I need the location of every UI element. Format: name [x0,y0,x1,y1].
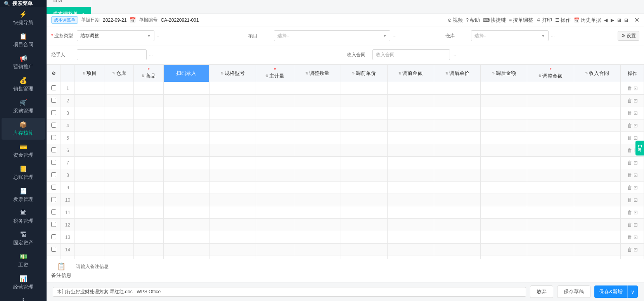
notes-input[interactable] [74,262,639,271]
close-btn[interactable]: ✕ [634,16,639,24]
cell-after-amount-6[interactable] [481,144,527,157]
sidebar-item-tax-mgmt[interactable]: 🏛税务管理 [2,206,45,228]
cell-prev-price-2[interactable] [341,95,387,107]
cell-prev-price-4[interactable] [341,119,387,132]
cell-warehouse-7[interactable] [104,157,134,169]
cell-adj-amount-12[interactable] [527,219,574,231]
cell-after-price-15[interactable] [434,256,481,259]
cell-unit-14[interactable] [256,244,294,256]
sidebar-item-ledger-mgmt[interactable]: 📒总账管理 [2,162,45,184]
handler-select[interactable] [77,49,147,60]
cell-adj-qty-7[interactable] [294,157,341,169]
copy-icon-1[interactable]: ⊡ [634,85,638,91]
delete-icon-1[interactable]: 🗑 [627,85,632,91]
delete-icon-5[interactable]: 🗑 [627,135,632,141]
cell-prev-price-13[interactable] [341,231,387,244]
print-btn[interactable]: 🖨 打印 [536,17,552,24]
cell-spec-4[interactable] [209,119,256,132]
cell-after-amount-1[interactable] [481,82,527,95]
expand-btn1[interactable]: ⊞ [617,17,621,23]
cell-adj-qty-10[interactable] [294,194,341,206]
row-checkbox-14[interactable] [47,244,61,256]
cell-scan-4[interactable] [163,119,209,132]
cell-prev-price-6[interactable] [341,144,387,157]
cell-prev-price-14[interactable] [341,244,387,256]
cell-warehouse-4[interactable] [104,119,134,132]
cell-product-11[interactable] [134,206,163,219]
row-checkbox-8[interactable] [47,169,61,182]
copy-icon-14[interactable]: ⊡ [634,247,638,253]
cell-adj-qty-3[interactable] [294,107,341,119]
cell-unit-7[interactable] [256,157,294,169]
cell-after-price-12[interactable] [434,219,481,231]
row-checkbox-1[interactable] [47,82,61,95]
cell-unit-13[interactable] [256,231,294,244]
cell-project-5[interactable] [75,132,104,144]
cell-spec-9[interactable] [209,182,256,194]
cell-spec-5[interactable] [209,132,256,144]
cell-project-9[interactable] [75,182,104,194]
delete-icon-14[interactable]: 🗑 [627,247,632,253]
cell-product-5[interactable] [134,132,163,144]
cell-adj-amount-8[interactable] [527,169,574,182]
cell-spec-3[interactable] [209,107,256,119]
cell-unit-11[interactable] [256,206,294,219]
cell-unit-1[interactable] [256,82,294,95]
cell-warehouse-8[interactable] [104,169,134,182]
delete-icon-13[interactable]: 🗑 [627,234,632,240]
copy-icon-10[interactable]: ⊡ [634,197,638,203]
cell-spec-14[interactable] [209,244,256,256]
copy-icon-5[interactable]: ⊡ [634,135,638,141]
cell-prev-amount-15[interactable] [387,256,434,259]
cell-product-14[interactable] [134,244,163,256]
cell-product-10[interactable] [134,194,163,206]
cell-scan-5[interactable] [163,132,209,144]
cell-prev-amount-13[interactable] [387,231,434,244]
cell-income-contract-2[interactable] [574,95,620,107]
cell-after-price-2[interactable] [434,95,481,107]
cell-project-4[interactable] [75,119,104,132]
copy-icon-2[interactable]: ⊡ [634,98,638,104]
cell-unit-12[interactable] [256,219,294,231]
cell-after-amount-3[interactable] [481,107,527,119]
cell-prev-amount-14[interactable] [387,244,434,256]
cell-prev-price-9[interactable] [341,182,387,194]
cell-prev-amount-11[interactable] [387,206,434,219]
cell-adj-amount-2[interactable] [527,95,574,107]
cell-warehouse-11[interactable] [104,206,134,219]
cell-prev-price-1[interactable] [341,82,387,95]
cell-product-13[interactable] [134,231,163,244]
cell-after-price-11[interactable] [434,206,481,219]
cell-after-price-4[interactable] [434,119,481,132]
cell-prev-price-12[interactable] [341,219,387,231]
cell-after-amount-8[interactable] [481,169,527,182]
copy-icon-9[interactable]: ⊡ [634,185,638,190]
cell-after-amount-15[interactable] [481,256,527,259]
cell-prev-price-8[interactable] [341,169,387,182]
cell-scan-15[interactable] [163,256,209,259]
row-checkbox-2[interactable] [47,95,61,107]
delete-icon-6[interactable]: 🗑 [627,147,632,153]
delete-icon-9[interactable]: 🗑 [627,185,632,190]
sidebar-logo-text[interactable]: 搜索菜单 [12,0,33,7]
row-checkbox-15[interactable] [47,256,61,259]
cell-adj-qty-6[interactable] [294,144,341,157]
col-settings[interactable]: ⚙ [47,65,61,82]
cell-after-price-8[interactable] [434,169,481,182]
cell-project-8[interactable] [75,169,104,182]
cell-adj-qty-5[interactable] [294,132,341,144]
hotkey-btn[interactable]: ⌨ 快捷键 [483,17,506,24]
expand-btn2[interactable]: ⊟ [624,17,628,23]
cell-income-contract-9[interactable] [574,182,620,194]
cell-after-amount-10[interactable] [481,194,527,206]
notes-btn[interactable]: 📋 备注信息 [51,262,71,279]
cell-unit-4[interactable] [256,119,294,132]
cell-prev-amount-12[interactable] [387,219,434,231]
row-checkbox-9[interactable] [47,182,61,194]
cell-income-contract-14[interactable] [574,244,620,256]
sidebar-item-basic-info[interactable]: ℹ基础信息 [2,294,45,301]
sidebar-item-ops-mgmt[interactable]: 📊经营管理 [2,272,45,294]
right-edge-tab[interactable]: Ear [635,140,644,156]
cell-after-price-7[interactable] [434,157,481,169]
sidebar-item-quick-nav[interactable]: ⚡快捷导航 [2,7,45,29]
